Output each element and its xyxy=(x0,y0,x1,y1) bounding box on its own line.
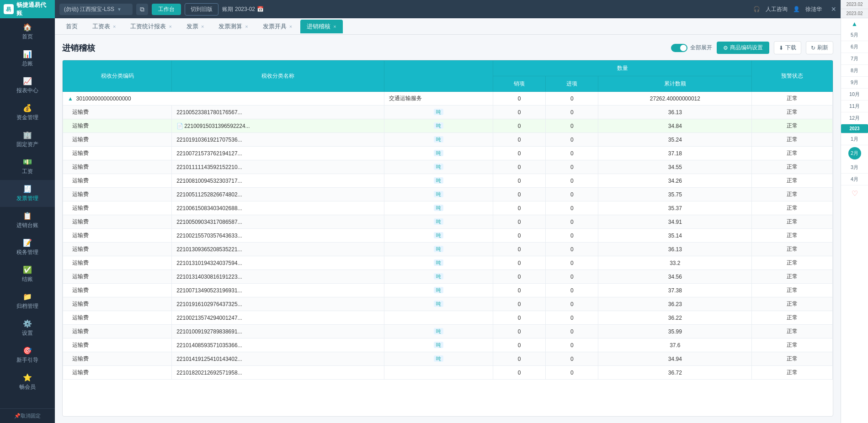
sidebar-item-invoice-mgmt[interactable]: 🧾 发票管理 xyxy=(0,180,55,207)
company-selector[interactable]: (勿动) 江西报宝-LSS ▼ xyxy=(59,4,133,15)
guide-icon: 🎯 xyxy=(23,346,32,355)
cell-sale: 0 xyxy=(493,92,546,106)
page-header: 进销稽核 全部展开 ⚙ 商品编码设置 ⬇ 下载 ↻ 刷新 xyxy=(62,41,833,54)
sidebar-item-payroll[interactable]: 💵 工资 xyxy=(0,153,55,180)
month-6[interactable]: 6月 xyxy=(841,41,868,53)
tab-payroll[interactable]: 工资表 × xyxy=(86,20,122,33)
cell-sale: 0 xyxy=(493,229,546,243)
table-row: 运输费 22101309365208535221... 吨 0 0 36.13 … xyxy=(63,243,833,256)
calendar-nav-up[interactable]: ▲ xyxy=(841,18,868,29)
unit-tag: 吨 xyxy=(434,301,443,307)
cell-status: 正常 xyxy=(752,229,833,243)
unpin-button[interactable]: 📌 取消固定 xyxy=(0,408,55,423)
cell-purchase: 0 xyxy=(546,147,598,160)
finance-icon: 💰 xyxy=(23,104,32,112)
cell-purchase: 0 xyxy=(546,188,598,201)
cell-cumulative: 37.38 xyxy=(598,284,752,297)
tab-payroll-stats-close[interactable]: × xyxy=(169,24,171,29)
sidebar-item-member[interactable]: ⭐ 畅会员 xyxy=(0,369,55,396)
support-label[interactable]: 人工咨询 xyxy=(766,5,788,13)
tab-invoice-reconcile[interactable]: 进销稽核 × xyxy=(300,20,342,33)
cell-cumulative: 34.55 xyxy=(598,160,752,174)
tab-home[interactable]: 首页 xyxy=(59,20,84,33)
month-7[interactable]: 7月 xyxy=(841,53,868,65)
sidebar-item-home[interactable]: 🏠 首页 xyxy=(0,18,55,45)
expand-toggle[interactable]: 全部展开 xyxy=(671,44,712,52)
month-1[interactable]: 1月 xyxy=(841,133,868,145)
tab-invoice-open[interactable]: 发票开具 × xyxy=(256,20,298,33)
sidebar-item-tax[interactable]: 📝 税务管理 xyxy=(0,234,55,261)
table-row: 运输费 22100810094532303717... 吨 0 0 34.26 … xyxy=(63,174,833,188)
sidebar-item-finance[interactable]: 💰 资金管理 xyxy=(0,99,55,126)
close-button[interactable]: × xyxy=(831,5,836,14)
company-dropdown-icon: ▼ xyxy=(117,7,122,12)
tab-payroll-close[interactable]: × xyxy=(113,24,116,29)
settings-btn[interactable]: ⚙ 商品编码设置 xyxy=(717,42,769,54)
tab-invoice-open-close[interactable]: × xyxy=(289,24,292,29)
tab-invoice[interactable]: 发票 × xyxy=(180,20,210,33)
cell-tag: 吨 xyxy=(384,133,493,147)
table-row: 运输费 22100721573762194127... 吨 0 0 37.18 … xyxy=(63,147,833,160)
cell-invoice-no: 22100509034317086587... xyxy=(172,215,384,229)
tab-invoice-reconcile-close[interactable]: × xyxy=(333,24,336,29)
sidebar-item-label: 资金管理 xyxy=(16,114,38,122)
month-4[interactable]: 4月 xyxy=(841,174,868,185)
sidebar-item-settings[interactable]: ⚙️ 设置 xyxy=(0,315,55,342)
expand-toggle-switch[interactable] xyxy=(671,44,687,52)
month-12[interactable]: 12月 xyxy=(841,112,868,124)
month-3[interactable]: 3月 xyxy=(841,162,868,174)
tab-invoice-calc-close[interactable]: × xyxy=(245,24,248,29)
tab-payroll-stats[interactable]: 工资统计报表 × xyxy=(124,20,178,33)
archive-icon: 📁 xyxy=(23,292,32,301)
page-actions: 全部展开 ⚙ 商品编码设置 ⬇ 下载 ↻ 刷新 xyxy=(671,41,833,54)
unit-tag: 吨 xyxy=(434,150,443,156)
cell-cumulative: 35.37 xyxy=(598,201,752,215)
table-row: 运输费 22101310194324037594... 吨 0 0 33.2 正… xyxy=(63,256,833,270)
cell-status: 正常 xyxy=(752,256,833,270)
cell-cumulative: 35.14 xyxy=(598,229,752,243)
sidebar: 易 畅捷通易代账 🏠 首页 📊 总账 📈 报表中心 💰 资金管理 🏢 固定资产 … xyxy=(0,0,55,423)
data-table-container[interactable]: 税收分类编码 税收分类名称 数量 预警状态 销项 进项 累计数额 ▲ 30100… xyxy=(62,60,833,417)
cell-sale: 0 xyxy=(493,174,546,188)
cell-purchase: 0 xyxy=(546,215,598,229)
sidebar-item-settlement[interactable]: ✅ 结账 xyxy=(0,261,55,288)
year-marker-2023: 2023 xyxy=(841,124,868,133)
sidebar-item-reports[interactable]: 📈 报表中心 xyxy=(0,72,55,99)
copy-button[interactable]: ⧉ xyxy=(136,4,148,15)
month-2-active[interactable]: 2月 xyxy=(848,147,861,160)
switch-version-button[interactable]: 切到旧版 xyxy=(185,3,218,16)
sidebar-item-label: 进销台账 xyxy=(16,222,38,229)
cell-indent: 运输费 xyxy=(63,284,172,297)
sidebar-item-ledger[interactable]: 📊 总账 xyxy=(0,45,55,72)
cell-tag: 吨 xyxy=(384,256,493,270)
table-row: 运输费 22101111143592152210... 吨 0 0 34.55 … xyxy=(63,160,833,174)
cell-cumulative: 36.13 xyxy=(598,243,752,256)
tab-invoice-open-label: 发票开具 xyxy=(263,22,287,31)
unit-tag: 吨 xyxy=(434,177,443,184)
sidebar-item-guide[interactable]: 🎯 新手引导 xyxy=(0,342,55,369)
table-row: 运输费 22101408593571035366... 吨 0 0 37.6 正… xyxy=(63,338,833,352)
month-5[interactable]: 5月 xyxy=(841,29,868,41)
tab-invoice-calc[interactable]: 发票测算 × xyxy=(212,20,254,33)
refresh-btn[interactable]: ↻ 刷新 xyxy=(806,41,833,54)
month-8[interactable]: 8月 xyxy=(841,65,868,77)
tab-invoice-close[interactable]: × xyxy=(201,24,204,29)
cell-cumulative: 37.6 xyxy=(598,338,752,352)
expand-icon[interactable]: ▲ xyxy=(68,95,73,102)
cell-purchase: 0 xyxy=(546,160,598,174)
cell-tag: 吨 xyxy=(384,338,493,352)
workspace-button[interactable]: 工作台 xyxy=(152,4,181,15)
sidebar-item-purchase-ledger[interactable]: 📋 进销台账 xyxy=(0,207,55,234)
cell-purchase: 0 xyxy=(546,201,598,215)
cell-sale: 0 xyxy=(493,284,546,297)
month-10[interactable]: 10月 xyxy=(841,89,868,100)
cell-status: 正常 xyxy=(752,338,833,352)
cell-invoice-no: 22101111143592152210... xyxy=(172,160,384,174)
download-btn[interactable]: ⬇ 下载 xyxy=(774,41,801,54)
sidebar-item-assets[interactable]: 🏢 固定资产 xyxy=(0,126,55,153)
sidebar-item-archive[interactable]: 📁 归档管理 xyxy=(0,288,55,315)
month-9[interactable]: 9月 xyxy=(841,77,868,89)
month-11[interactable]: 11月 xyxy=(841,100,868,112)
sidebar-item-label: 固定资产 xyxy=(16,141,38,148)
cell-status: 正常 xyxy=(752,174,833,188)
